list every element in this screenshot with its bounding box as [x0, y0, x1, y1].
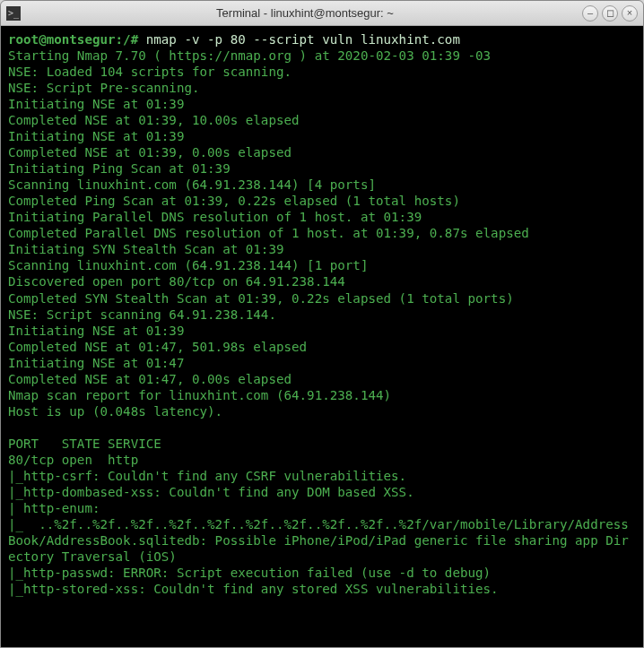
output-line: Completed NSE at 01:47, 0.00s elapsed	[8, 371, 636, 387]
output-line: |_http-dombased-xss: Couldn't find any D…	[8, 484, 636, 500]
terminal-output[interactable]: root@montsegur:/# nmap -v -p 80 --script…	[1, 26, 643, 647]
output-line: Completed SYN Stealth Scan at 01:39, 0.2…	[8, 290, 636, 307]
output-line: Initiating Ping Scan at 01:39	[8, 160, 636, 177]
output-line: Nmap scan report for linuxhint.com (64.9…	[8, 387, 636, 403]
output-line: Starting Nmap 7.70 ( https://nmap.org ) …	[8, 48, 636, 64]
prompt: root@montsegur:/#	[8, 32, 146, 47]
command-line: root@montsegur:/# nmap -v -p 80 --script…	[8, 31, 636, 48]
output-line: Initiating NSE at 01:39	[8, 323, 636, 339]
output-line: |_ ..%2f..%2f..%2f..%2f..%2f..%2f..%2f..…	[8, 516, 636, 565]
output-line: Completed NSE at 01:39, 0.00s elapsed	[8, 144, 636, 160]
output-line: NSE: Script scanning 64.91.238.144.	[8, 307, 636, 323]
output-line: Completed NSE at 01:47, 501.98s elapsed	[8, 339, 636, 355]
output-line: Completed NSE at 01:39, 10.00s elapsed	[8, 112, 636, 128]
output-line: |_http-stored-xss: Couldn't find any sto…	[8, 581, 636, 597]
output-line: Scanning linuxhint.com (64.91.238.144) […	[8, 257, 636, 273]
output-line: Host is up (0.048s latency).	[8, 403, 636, 419]
output-line: NSE: Loaded 104 scripts for scanning.	[8, 64, 636, 80]
output-line	[8, 419, 636, 436]
output-line: |_http-csrf: Couldn't find any CSRF vuln…	[8, 468, 636, 484]
window-title: Terminal - linuxhint@montsegur: ~	[28, 6, 582, 20]
output-line: Scanning linuxhint.com (64.91.238.144) […	[8, 177, 636, 193]
output-line: Initiating NSE at 01:47	[8, 355, 636, 371]
close-button[interactable]: ×	[622, 5, 638, 22]
output-line: Initiating NSE at 01:39	[8, 128, 636, 144]
output-line: Initiating SYN Stealth Scan at 01:39	[8, 241, 636, 257]
maximize-button[interactable]: ◻	[602, 5, 618, 22]
output-line: |_http-passwd: ERROR: Script execution f…	[8, 565, 636, 581]
output-line: Completed Ping Scan at 01:39, 0.22s elap…	[8, 193, 636, 209]
output-line: | http-enum:	[8, 500, 636, 516]
terminal-icon: >_	[6, 6, 21, 21]
output-line: Discovered open port 80/tcp on 64.91.238…	[8, 273, 636, 289]
window-controls: – ◻ ×	[582, 5, 638, 22]
output-line: Initiating NSE at 01:39	[8, 96, 636, 112]
command-text: nmap -v -p 80 --script vuln linuxhint.co…	[146, 32, 460, 47]
output-line: Completed Parallel DNS resolution of 1 h…	[8, 225, 636, 241]
minimize-button[interactable]: –	[582, 5, 598, 22]
titlebar[interactable]: >_ Terminal - linuxhint@montsegur: ~ – ◻…	[1, 1, 643, 26]
output-line: 80/tcp open http	[8, 452, 636, 468]
terminal-window: >_ Terminal - linuxhint@montsegur: ~ – ◻…	[0, 0, 644, 648]
output-line: Initiating Parallel DNS resolution of 1 …	[8, 209, 636, 225]
output-line: NSE: Script Pre-scanning.	[8, 80, 636, 96]
output-line: PORT STATE SERVICE	[8, 436, 636, 452]
